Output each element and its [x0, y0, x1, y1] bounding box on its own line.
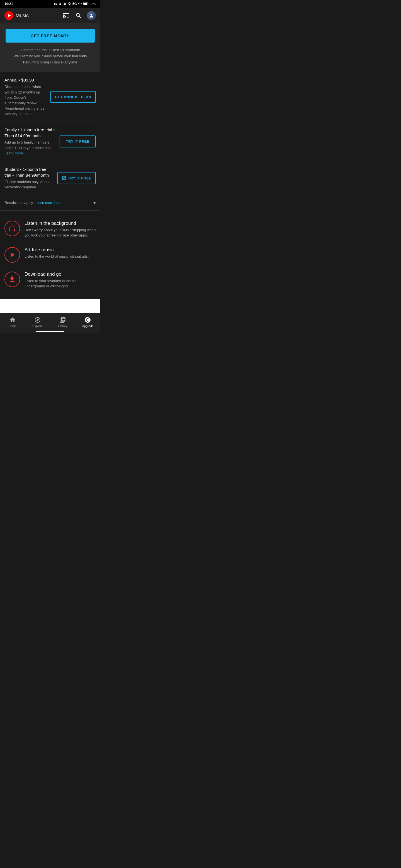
- header-icons: [62, 11, 96, 20]
- feature-adfree-text: Ad-free music Listen to the world of mus…: [25, 247, 96, 259]
- annual-plan-info: Annual • $89.99 Discounted price when yo…: [4, 77, 47, 117]
- feature-background-title: Listen in the background: [25, 221, 96, 226]
- student-plan-info: Student • 1-month free trial • Then $4.9…: [4, 166, 54, 190]
- key-icon: [54, 2, 57, 6]
- nav-upgrade[interactable]: Upgrade: [75, 315, 100, 329]
- battery-icon: [83, 2, 89, 6]
- learn-more-link[interactable]: Learn more here.: [35, 200, 63, 205]
- signal-icon: [78, 2, 82, 6]
- logo-area: Music: [4, 11, 62, 20]
- play-icon-circle: [4, 247, 20, 262]
- status-bar: 10:21 5G 91%: [0, 0, 100, 8]
- library-icon: [59, 317, 66, 323]
- upgrade-nav-icon: [84, 317, 91, 323]
- explore-nav-label: Explore: [32, 324, 42, 328]
- feature-download-title: Download and go: [25, 272, 96, 277]
- external-link-icon: [62, 176, 66, 180]
- chevron-down-icon[interactable]: ▾: [93, 200, 96, 206]
- library-nav-icon: [59, 317, 66, 323]
- feature-adfree-desc: Listen to the world of music without ads…: [25, 254, 96, 259]
- home-indicator: [36, 331, 64, 332]
- svg-rect-1: [88, 3, 88, 4]
- get-free-month-button[interactable]: GET FREE MONTH: [6, 29, 95, 42]
- search-icon: [75, 12, 82, 19]
- play-icon: [8, 251, 16, 259]
- svg-rect-2: [83, 3, 87, 5]
- explore-nav-icon: [34, 317, 41, 323]
- feature-background-text: Listen in the background Don't worry abo…: [25, 221, 96, 238]
- restrictions-row: Restrictions apply. Learn more here. ▾: [0, 195, 100, 211]
- get-annual-plan-button[interactable]: GET ANNUAL PLAN: [50, 91, 96, 103]
- youtube-music-logo: [4, 11, 13, 20]
- status-icons: 5G 91%: [54, 2, 96, 6]
- feature-background-listen: Listen in the background Don't worry abo…: [0, 216, 100, 243]
- family-plan-desc: Add up to 5 family members (ages 13+) in…: [4, 140, 56, 156]
- nav-home[interactable]: Home: [0, 315, 25, 329]
- white-bar: [0, 299, 100, 313]
- home-nav-label: Home: [8, 324, 17, 328]
- feature-download-desc: Listen to your favorites in the air, und…: [25, 278, 96, 289]
- bell-mute-icon: [63, 2, 66, 6]
- app-name: Music: [16, 13, 29, 19]
- download-icon: [8, 275, 16, 283]
- family-plan-title: Family • 1-month free trial • Then $14.9…: [4, 127, 56, 138]
- feature-download: Download and go Listen to your favorites…: [0, 267, 100, 293]
- home-nav-icon: [9, 317, 16, 323]
- restrictions-text: Restrictions apply. Learn more here.: [4, 200, 63, 205]
- cast-icon: [63, 12, 69, 19]
- library-nav-label: Library: [58, 324, 67, 328]
- annual-plan-desc: Discounted price when you buy 12 months …: [4, 84, 47, 117]
- 5g-label: 5G: [73, 2, 77, 6]
- family-try-free-button[interactable]: TRY IT FREE: [60, 135, 96, 148]
- cast-button[interactable]: [62, 12, 70, 20]
- upgrade-icon: [84, 317, 91, 323]
- nav-library[interactable]: Library: [50, 315, 75, 329]
- avatar[interactable]: [87, 11, 96, 20]
- family-plan-row: Family • 1-month free trial • Then $14.9…: [0, 122, 100, 161]
- app-header: Music: [0, 8, 100, 23]
- upgrade-nav-label: Upgrade: [82, 324, 93, 328]
- battery-label: 91%: [90, 2, 96, 6]
- family-plan-info: Family • 1-month free trial • Then $14.9…: [4, 127, 56, 156]
- student-plan-title: Student • 1-month free trial • Then $4.9…: [4, 166, 54, 178]
- home-icon: [9, 317, 16, 323]
- bluetooth-icon: [58, 2, 62, 6]
- features-section: Listen in the background Don't worry abo…: [0, 211, 100, 299]
- student-plan-desc: Eligible students only. Annual verificat…: [4, 179, 54, 190]
- annual-plan-row: Annual • $89.99 Discounted price when yo…: [0, 72, 100, 122]
- download-icon-circle: [4, 272, 20, 287]
- search-button[interactable]: [75, 12, 82, 20]
- bottom-nav: Home Explore Library Upgrade: [0, 313, 100, 333]
- location-icon: [68, 2, 71, 6]
- headphones-icon-circle: [4, 221, 20, 236]
- plans-section: Annual • $89.99 Discounted price when yo…: [0, 72, 100, 195]
- feature-background-desc: Don't worry about your music stopping wh…: [25, 227, 96, 238]
- feature-adfree: Ad-free music Listen to the world of mus…: [0, 243, 100, 267]
- family-learn-more-link[interactable]: Learn more: [4, 151, 23, 155]
- student-plan-row: Student • 1-month free trial • Then $4.9…: [0, 161, 100, 195]
- status-time: 10:21: [4, 2, 13, 6]
- feature-adfree-title: Ad-free music: [25, 247, 96, 253]
- headphones-icon: [8, 224, 16, 232]
- annual-plan-title: Annual • $89.99: [4, 77, 47, 83]
- person-icon: [89, 13, 94, 18]
- feature-download-text: Download and go Listen to your favorites…: [25, 272, 96, 289]
- free-month-description: 1-month free trial • Then $9.99/month We…: [4, 47, 96, 65]
- student-try-free-button[interactable]: TRY IT FREE: [57, 172, 96, 184]
- free-month-section: GET FREE MONTH 1-month free trial • Then…: [0, 23, 100, 72]
- explore-icon: [34, 317, 41, 323]
- nav-explore[interactable]: Explore: [25, 315, 50, 329]
